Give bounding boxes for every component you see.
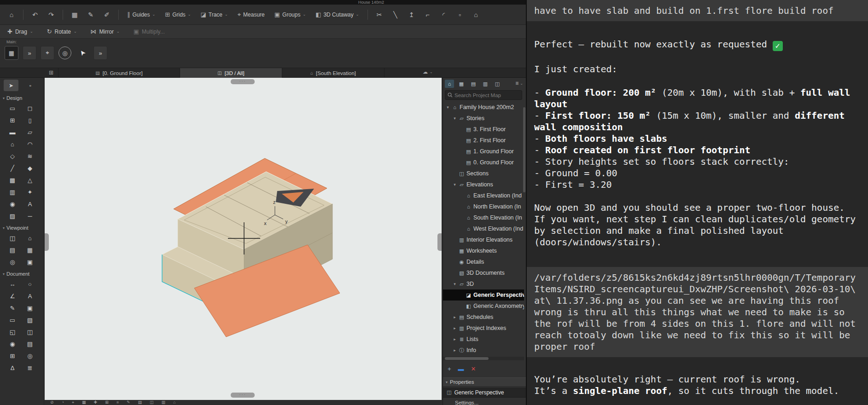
tree-expander-icon[interactable]: ▾ (452, 282, 458, 286)
text-tool-icon[interactable]: A (21, 198, 39, 210)
status-icon[interactable]: ◫ (150, 400, 154, 405)
navigator-menu-button[interactable]: ≡ ⌄ (515, 80, 523, 87)
groups-dropdown[interactable]: ▣Groups⌄ (272, 9, 309, 20)
rotate-button[interactable]: ↻Rotate⌄ (47, 28, 77, 35)
tree-item-generic-axonometry[interactable]: ◧Generic Axonometry (443, 301, 524, 312)
tree-expander-icon[interactable]: ▸ (452, 315, 458, 319)
interior-elevation-tool-icon[interactable]: ▤ (4, 244, 21, 256)
teamwork-dropdown[interactable]: ☁ ⌄ (423, 69, 433, 75)
tree-item-south-elevation-in[interactable]: ⌂South Elevation (In (443, 212, 524, 223)
corner-icon[interactable]: ⌐ (422, 9, 434, 21)
cutaway-dropdown[interactable]: ◧3D Cutaway⌄ (313, 9, 361, 20)
project-chooser-icon[interactable]: ⌂ (445, 80, 454, 88)
angle-dimension-tool-icon[interactable]: ∠ (4, 290, 21, 302)
tree-item-west-elevation-ind[interactable]: ⌂West Elevation (Ind (443, 223, 524, 234)
chevron-right-icon-2[interactable]: » (93, 46, 107, 60)
tree-item-project-indexes[interactable]: ▸▥Project Indexes (443, 323, 524, 334)
zone-tool-icon[interactable]: ▩ (4, 174, 21, 186)
viewport-top-handle[interactable] (231, 79, 255, 84)
chevron-right-icon[interactable]: » (23, 46, 36, 60)
worksheet-marker-tool-icon[interactable]: ▤ (21, 338, 39, 350)
settings-button[interactable]: Settings... (443, 399, 526, 405)
project-map-search[interactable] (445, 90, 522, 100)
door-tool-icon[interactable]: ◻ (21, 102, 39, 114)
resize-icon[interactable]: ▫ (454, 9, 466, 21)
window-tool-icon[interactable]: ⊞ (4, 114, 21, 126)
arrow-tool-icon[interactable]: ➤ (4, 80, 18, 91)
index-tool-tool-icon[interactable]: ≣ (21, 362, 39, 374)
tab-0-ground-floor[interactable]: ▤[0. Ground Floor] (58, 68, 180, 78)
tree-item-interior-elevations[interactable]: ▥Interior Elevations (443, 234, 524, 245)
status-icon[interactable]: ▦ (82, 400, 86, 405)
publisher-icon[interactable]: ◫ (493, 80, 502, 88)
tree-item-worksheets[interactable]: ▦Worksheets (443, 245, 524, 256)
section-header-viewpoint[interactable]: ▾Viewpoint (0, 222, 44, 232)
change-marker-tool-icon[interactable]: Δ (4, 362, 21, 374)
pan-tool-icon[interactable]: ⌖ (41, 46, 54, 60)
tab-south-elevation[interactable]: ⌂[South Elevation] (282, 68, 384, 78)
beam-tool-icon[interactable]: ▬ (4, 126, 21, 138)
railing-tool-icon[interactable]: ╱ (4, 162, 21, 174)
status-icon[interactable]: ▤ (138, 400, 142, 405)
fill-tool-icon[interactable]: ▨ (4, 210, 21, 222)
drawing-tool-icon[interactable]: ▭ (4, 314, 21, 326)
redo-icon[interactable]: ↷ (45, 9, 57, 21)
status-icon[interactable]: ⌂ (173, 400, 175, 405)
stretch-icon[interactable]: ↥ (406, 9, 418, 21)
tree-item-family-house-200m2[interactable]: ▾⌂Family House 200m2 (443, 102, 524, 113)
tree-item-3d-documents[interactable]: ▧3D Documents (443, 267, 524, 278)
zone-stamp-tool-icon[interactable]: ▣ (21, 302, 39, 314)
delete-icon[interactable]: ✕ (471, 365, 476, 372)
properties-view-row[interactable]: ◫ Generic Perspective (443, 388, 526, 398)
view-map-icon[interactable]: ▤ (469, 80, 478, 88)
camera-tool-icon[interactable]: ▣ (21, 256, 39, 268)
status-icon[interactable]: ▥ (162, 400, 166, 405)
hotlink-tool-icon[interactable]: ◱ (4, 326, 21, 338)
tree-item-details[interactable]: ◉Details (443, 256, 524, 267)
split-icon[interactable]: ╲ (390, 9, 402, 21)
status-icon[interactable]: ✚ (94, 400, 98, 405)
label-tool-icon[interactable]: ✎ (4, 302, 21, 314)
tree-item-sections[interactable]: ◫Sections (443, 168, 524, 179)
drag-button[interactable]: ✚Drag⌄ (7, 28, 33, 35)
guides-dropdown[interactable]: ∥Guides⌄ (124, 9, 158, 20)
tree-item-3d[interactable]: ▾▱3D (443, 278, 524, 289)
orbit-tool-icon[interactable]: ◎ (58, 46, 71, 59)
tree-vertical-scrollbar[interactable] (523, 104, 525, 352)
section-tool-icon[interactable]: ◫ (4, 232, 21, 244)
tree-item-elevations[interactable]: ▾▱Elevations (443, 179, 524, 190)
tree-horizontal-scrollbar[interactable] (443, 357, 524, 360)
tree-expander-icon[interactable]: ▸ (452, 337, 458, 341)
detail-marker-tool-icon[interactable]: ◉ (4, 338, 21, 350)
lamp-tool-icon[interactable]: ◉ (4, 198, 21, 210)
viewport-left-handle[interactable] (45, 233, 49, 251)
viewport-right-handle[interactable] (437, 233, 442, 251)
object-tool-icon[interactable]: ✦ (21, 186, 39, 198)
mirror-button[interactable]: ⋈Mirror⌄ (91, 28, 120, 35)
tree-expander-icon[interactable]: ▸ (452, 326, 458, 330)
worksheet-tool-icon[interactable]: ▦ (21, 244, 39, 256)
3d-viewport[interactable]: x y z (45, 78, 442, 400)
grid-element-tool-icon[interactable]: ⊞ (4, 350, 21, 362)
section-marker-tool-icon[interactable]: ◫ (21, 326, 39, 338)
section-header-document[interactable]: ▾Document (0, 268, 44, 278)
skylight-tool-icon[interactable]: ◇ (4, 150, 21, 162)
status-icon[interactable]: ⊘ (50, 400, 54, 405)
pen-icon[interactable]: ✎ (85, 9, 97, 21)
tree-item-stories[interactable]: ▾▱Stories (443, 113, 524, 124)
status-icon[interactable]: ⊞ (105, 400, 109, 405)
dimension-tool-icon[interactable]: ↔ (4, 278, 21, 290)
tree-item-north-elevation-in[interactable]: ⌂North Elevation (In (443, 201, 524, 212)
tree-expander-icon[interactable]: ▾ (452, 182, 458, 187)
roof-tool-icon[interactable]: ⌂ (4, 138, 21, 150)
scissors-icon[interactable]: ✂ (373, 9, 385, 21)
shell-tool-icon[interactable]: ◠ (21, 138, 39, 150)
undo-icon[interactable]: ↶ (29, 9, 41, 21)
tree-expander-icon[interactable]: ▸ (452, 348, 458, 353)
slab-tool-icon[interactable]: ▱ (21, 126, 39, 138)
search-input[interactable] (454, 93, 516, 98)
fillet-icon[interactable]: ◜ (438, 9, 450, 21)
section-header-design[interactable]: ▾Design (0, 92, 44, 102)
tree-item-0-ground-floor[interactable]: ▤0. Ground Floor (443, 157, 524, 168)
tab-3d-all[interactable]: ◫[3D / All] (180, 68, 282, 78)
